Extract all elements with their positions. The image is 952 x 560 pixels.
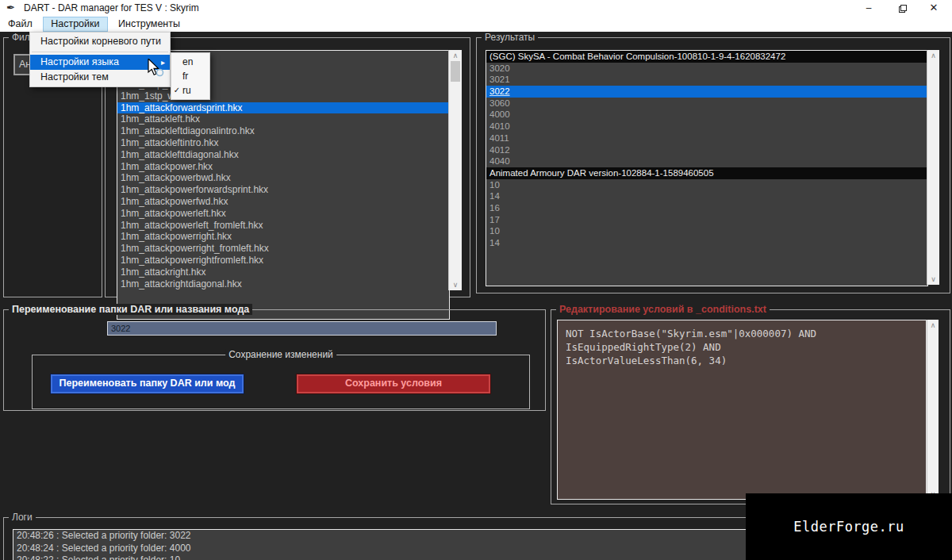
save-conditions-button[interactable]: Сохранить условия bbox=[296, 374, 491, 394]
result-row[interactable]: 17 bbox=[486, 214, 927, 226]
language-submenu: en fr ✓ ru bbox=[171, 52, 210, 100]
file-row[interactable]: 1hm_attackleftintro.hkx bbox=[117, 137, 449, 149]
result-label: 4011 bbox=[489, 133, 509, 143]
conditions-editor[interactable]: NOT IsActorBase("Skyrim.esm"|0x000007) A… bbox=[557, 320, 927, 500]
language-option[interactable]: fr bbox=[171, 69, 209, 83]
result-row[interactable]: 14 bbox=[486, 190, 927, 202]
file-row[interactable]: 1hm_attacklefttdiagonal.hkx bbox=[117, 149, 449, 161]
result-row[interactable]: 16 bbox=[486, 202, 927, 214]
check-icon: ✓ bbox=[171, 83, 182, 98]
result-label: 17 bbox=[489, 215, 500, 224]
files-scrollbar-thumb[interactable] bbox=[451, 61, 460, 82]
scroll-up-icon[interactable]: ∧ bbox=[927, 51, 939, 60]
menu-item-language-label: Настройки языка bbox=[40, 56, 119, 67]
file-row[interactable]: 1hm_attackrightdiagonal.hkx bbox=[117, 278, 449, 290]
mouse-cursor-icon bbox=[148, 59, 165, 78]
scroll-up-icon[interactable]: ∧ bbox=[449, 51, 462, 60]
result-row[interactable]: 4010 bbox=[486, 121, 927, 132]
file-row[interactable]: 1hm_attackpowerleft.hkx bbox=[117, 208, 449, 220]
file-row[interactable]: 1hm_attackpowerbwd.hkx bbox=[117, 172, 449, 184]
result-row[interactable]: 10 bbox=[486, 179, 927, 191]
language-option[interactable]: en bbox=[171, 55, 209, 69]
logs-group-title: Логи bbox=[9, 512, 36, 523]
result-row[interactable]: 3021 bbox=[486, 74, 927, 86]
language-option-label: en bbox=[182, 55, 193, 69]
result-row[interactable]: 3060 bbox=[486, 98, 927, 109]
result-row[interactable]: 3020 bbox=[486, 63, 927, 75]
file-name: 1hm_attackpowerrightfromleft.hkx bbox=[121, 255, 263, 266]
scroll-down-icon[interactable]: ∨ bbox=[449, 280, 462, 290]
file-row[interactable]: 1hm_attackpowerright_fromleft.hkx bbox=[117, 243, 449, 255]
file-name: 1hm_attackleftintro.hkx bbox=[121, 137, 218, 148]
result-label: 3020 bbox=[489, 63, 510, 73]
result-row[interactable]: (SGC) SkySA - Combat Behavior Compulsion… bbox=[486, 51, 927, 63]
file-name: 1hm_attackpowerright_fromleft.hkx bbox=[121, 243, 269, 254]
close-button[interactable]: ✕ bbox=[920, 0, 947, 17]
files-scrollbar[interactable]: ∧ ∨ bbox=[448, 50, 462, 290]
language-option-label: ru bbox=[182, 83, 191, 98]
file-row[interactable]: 1hm_attackpowerfwd.hkx bbox=[117, 196, 449, 208]
result-label: 16 bbox=[489, 203, 500, 213]
restore-icon bbox=[899, 5, 906, 12]
result-label: 3060 bbox=[489, 98, 510, 108]
file-name: 1hm_attackleftdiagonalintro.hkx bbox=[121, 125, 255, 136]
file-row[interactable]: 1hm_attackpower.hkx bbox=[117, 161, 449, 173]
log-message: 20:48:24 : Selected a priority folder: 4… bbox=[17, 543, 190, 554]
file-name: 1hm_attackpower.hkx bbox=[121, 161, 213, 172]
result-label: 4010 bbox=[489, 121, 510, 131]
menu-file[interactable]: Файл bbox=[0, 17, 40, 32]
language-option[interactable]: ✓ ru bbox=[171, 83, 209, 98]
watermark-overlay: ElderForge.ru bbox=[746, 493, 952, 560]
result-row[interactable]: 4012 bbox=[486, 144, 927, 156]
results-scrollbar[interactable]: ∧ ∨ bbox=[927, 50, 939, 285]
menu-item-root-path[interactable]: Настройки корневого пути bbox=[30, 34, 170, 49]
scroll-up-icon[interactable]: ∧ bbox=[927, 320, 939, 330]
file-name: 1hm_attacklefttdiagonal.hkx bbox=[121, 149, 239, 160]
file-name: 1hm_attackleft.hkx bbox=[121, 113, 200, 125]
quill-app-icon: ✒ bbox=[6, 2, 15, 13]
titlebar: ✒ DART - DAR manager for TES V : Skyrim … bbox=[0, 0, 952, 17]
result-label: 14 bbox=[489, 238, 500, 247]
file-name: 1hm_attackpowerfwd.hkx bbox=[121, 196, 228, 207]
results-list[interactable]: (SGC) SkySA - Combat Behavior Compulsion… bbox=[486, 50, 928, 286]
minimize-button[interactable]: – bbox=[855, 0, 882, 17]
file-name: 1hm_attackpowerleft.hkx bbox=[121, 208, 226, 219]
result-row[interactable]: 14 bbox=[486, 237, 927, 249]
result-row[interactable]: Animated Armoury DAR version-102884-1-15… bbox=[486, 167, 927, 179]
menu-tools[interactable]: Инструменты bbox=[110, 17, 188, 32]
folder-name-input[interactable] bbox=[107, 321, 497, 336]
conditions-scrollbar[interactable]: ∧ ∨ bbox=[927, 320, 939, 500]
result-label: 4040 bbox=[489, 156, 510, 166]
file-row[interactable]: 1hm_1stp_wa bbox=[117, 90, 449, 102]
results-group-title: Результаты bbox=[482, 32, 538, 43]
result-row[interactable]: 4000 bbox=[486, 109, 927, 121]
result-row[interactable]: 3022 bbox=[486, 86, 927, 98]
app-window: ✒ DART - DAR manager for TES V : Skyrim … bbox=[0, 0, 952, 560]
result-label: (SGC) SkySA - Combat Behavior Compulsion… bbox=[489, 52, 785, 61]
result-label: 3022 bbox=[489, 86, 510, 96]
result-label: 4000 bbox=[489, 109, 510, 119]
file-row[interactable]: 1hm_attackpowerright.hkx bbox=[117, 231, 449, 243]
conditions-group-title: Редактирование условий в _conditions.txt bbox=[556, 304, 770, 315]
file-row[interactable]: 1hm_attackleftdiagonalintro.hkx bbox=[117, 125, 449, 137]
restore-button[interactable] bbox=[889, 0, 916, 17]
file-row[interactable]: 1hm_attackright.hkx bbox=[117, 267, 449, 278]
rename-group-title: Переименование папки DAR или названия мо… bbox=[9, 304, 252, 315]
scroll-down-icon[interactable]: ∨ bbox=[927, 274, 939, 284]
log-message: 20:48:22 : Selected a priority folder: 1… bbox=[17, 554, 180, 560]
result-label: 14 bbox=[489, 191, 500, 201]
result-row[interactable]: 10 bbox=[486, 225, 927, 237]
animation-file-list[interactable]: 1hm_1stp_co 1hm_1stp_wa 1hm_attackforwar… bbox=[117, 50, 450, 320]
result-row[interactable]: 4011 bbox=[486, 132, 927, 144]
file-row[interactable]: 1hm_attackpowerleft_fromleft.hkx bbox=[117, 220, 449, 232]
file-row[interactable]: 1hm_attackpowerrightfromleft.hkx bbox=[117, 255, 449, 267]
file-row[interactable]: 1hm_attackpowerforwardsprint.hkx bbox=[117, 184, 449, 196]
rename-folder-button[interactable]: Переименовать папку DAR или мод bbox=[50, 374, 244, 394]
file-row[interactable]: 1hm_attackleft.hkx bbox=[117, 113, 449, 125]
menu-settings[interactable]: Настройки bbox=[43, 17, 107, 32]
menu-separator bbox=[32, 52, 168, 52]
window-title: DART - DAR manager for TES V : Skyrim bbox=[24, 2, 199, 13]
result-row[interactable]: 4040 bbox=[486, 155, 927, 167]
file-row[interactable]: 1hm_attackforwardsprint.hkx bbox=[117, 102, 449, 114]
result-label: 10 bbox=[489, 226, 500, 236]
